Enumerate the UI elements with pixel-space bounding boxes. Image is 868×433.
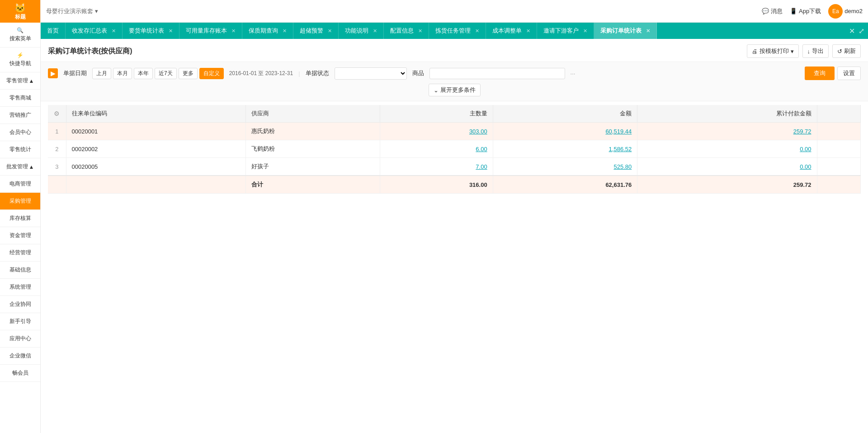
sidebar: 🐱 标题 🔍 搜索英单 ⚡ 快捷导航 零售管理 ▲ 零售商城 营销推广 会员中心…: [0, 0, 41, 433]
row-extra: [817, 158, 860, 176]
close-window-icon[interactable]: ✕: [849, 27, 855, 35]
sidebar-item-new-guide[interactable]: 新手引导: [0, 313, 40, 330]
tab-close-icon[interactable]: ✕: [328, 28, 332, 34]
row-amount: 1,586.52: [493, 140, 637, 158]
col-quantity: 主数量: [380, 105, 493, 123]
sidebar-item-enterprise-collab[interactable]: 企业协同: [0, 296, 40, 313]
sidebar-item-vip-member[interactable]: 畅会员: [0, 365, 40, 382]
sidebar-item-inventory[interactable]: 库存核算: [0, 210, 40, 227]
sidebar-item-basic[interactable]: 基础信息: [0, 262, 40, 279]
message-btn[interactable]: 💬 消息: [762, 7, 783, 15]
goods-more-icon[interactable]: ···: [571, 70, 576, 77]
sidebar-item-operations[interactable]: 经营管理: [0, 244, 40, 262]
tab-close-icon[interactable]: ✕: [475, 28, 479, 34]
sidebar-item-label: 采购管理: [9, 197, 31, 205]
sidebar-item-label: 企业微信: [9, 352, 31, 360]
table-row: 1 00020001 惠氏奶粉 303.00 60,519.44 259.72: [48, 123, 861, 140]
tab-close-icon[interactable]: ✕: [169, 28, 173, 34]
footer-paid-amount: 259.72: [637, 176, 817, 194]
tab-label: 功能说明: [345, 27, 368, 35]
this-month-btn[interactable]: 本月: [113, 68, 132, 79]
this-year-btn[interactable]: 本年: [134, 68, 153, 79]
tab-home[interactable]: 首页: [41, 23, 66, 39]
tab-close-icon[interactable]: ✕: [231, 28, 236, 34]
settings-button[interactable]: 设置: [837, 67, 861, 80]
sidebar-item-retail[interactable]: 零售管理 ▲: [0, 72, 40, 90]
export-icon: ↓: [807, 48, 811, 55]
purchase-order-table: ⚙ 往来单位编码 供应商 主数量 金额 累计付款金额 1 00020001: [48, 105, 861, 194]
sidebar-item-purchase[interactable]: 采购管理: [0, 193, 40, 210]
sidebar-item-label: 会员中心: [9, 128, 31, 136]
sidebar-item-app-center[interactable]: 应用中心: [0, 330, 40, 347]
tab-purchase-order-stats[interactable]: 采购订单统计表 ✕: [594, 23, 657, 39]
sidebar-item-ecommerce[interactable]: 电商管理: [0, 176, 40, 193]
filter-toggle-btn[interactable]: ▶: [48, 68, 58, 78]
tab-label: 超储预警: [300, 27, 323, 35]
chevron-down-icon: ▾: [95, 8, 98, 14]
tab-close-icon[interactable]: ✕: [283, 28, 287, 34]
chevron-down-icon: ⌄: [434, 87, 439, 94]
goods-input[interactable]: [429, 68, 565, 79]
sidebar-item-wholesale[interactable]: 批发管理 ▲: [0, 158, 40, 176]
sidebar-item-system[interactable]: 系统管理: [0, 279, 40, 296]
sidebar-item-enterprise-wechat[interactable]: 企业微信: [0, 347, 40, 365]
expand-filter-btn[interactable]: ⌄ 展开更多条件: [429, 84, 481, 96]
tab-cost-adjust[interactable]: 成本调整单 ✕: [486, 23, 537, 39]
custom-date-btn[interactable]: 自定义: [199, 68, 224, 79]
col-code: 往来单位编码: [66, 105, 245, 123]
tab-close-icon[interactable]: ✕: [373, 28, 377, 34]
tab-pick-task[interactable]: 拣货任务管理 ✕: [429, 23, 486, 39]
refresh-button[interactable]: ↺ 刷新: [832, 44, 861, 58]
workspace-selector[interactable]: 母婴行业演示账套 ▾: [46, 7, 758, 15]
sidebar-item-label: 基础信息: [9, 266, 31, 274]
app-icon: 📱: [790, 8, 797, 14]
sidebar-item-member[interactable]: 会员中心: [0, 124, 40, 141]
column-settings-icon[interactable]: ⚙: [54, 110, 60, 117]
sidebar-item-retail-mall[interactable]: 零售商城: [0, 90, 40, 107]
tab-overstock[interactable]: 超储预警 ✕: [293, 23, 339, 39]
row-code: 00020005: [66, 158, 245, 176]
sidebar-item-label: 资金管理: [9, 232, 31, 239]
tab-available-inventory[interactable]: 可用量库存账本 ✕: [179, 23, 242, 39]
tab-function-desc[interactable]: 功能说明 ✕: [339, 23, 384, 39]
template-print-button[interactable]: 🖨 按模板打印 ▾: [747, 44, 799, 58]
tab-label: 拣货任务管理: [435, 27, 471, 35]
logo-text: 标题: [15, 13, 26, 21]
tab-config[interactable]: 配置信息 ✕: [384, 23, 429, 39]
col-extra: [817, 105, 860, 123]
table-body: 1 00020001 惠氏奶粉 303.00 60,519.44 259.72 …: [48, 123, 861, 176]
page-title: 采购订单统计表(按供应商): [48, 47, 132, 56]
tab-close-icon[interactable]: ✕: [526, 28, 530, 34]
tab-goods-stats[interactable]: 要货单统计表 ✕: [123, 23, 179, 39]
avatar: Ea: [828, 4, 843, 19]
footer-quantity: 316.00: [380, 176, 493, 194]
sidebar-item-finance[interactable]: 资金管理: [0, 227, 40, 244]
tab-close-icon[interactable]: ✕: [646, 28, 650, 34]
tab-close-icon[interactable]: ✕: [418, 28, 422, 34]
sidebar-item-retail-stats[interactable]: 零售统计: [0, 141, 40, 158]
search-button[interactable]: 查询: [805, 67, 835, 80]
filter-row-1: ▶ 单据日期 上月 本月 本年 近7天 更多 自定义 2016-01-01 至 …: [48, 67, 861, 80]
tab-close-icon[interactable]: ✕: [112, 28, 116, 34]
tab-expiry-query[interactable]: 保质期查询 ✕: [242, 23, 293, 39]
sidebar-item-quick-nav[interactable]: ⚡ 快捷导航: [0, 48, 40, 72]
tab-invite-customer[interactable]: 邀请下游客户 ✕: [537, 23, 594, 39]
user-info[interactable]: Ea demo2: [828, 4, 863, 19]
app-download-btn[interactable]: 📱 App下载: [790, 7, 821, 15]
nav-tabs-end: ✕ ⤢: [849, 27, 868, 35]
last-month-btn[interactable]: 上月: [92, 68, 111, 79]
maximize-icon[interactable]: ⤢: [859, 27, 864, 35]
tab-stock-summary[interactable]: 收发存汇总表 ✕: [66, 23, 123, 39]
row-code: 00020001: [66, 123, 245, 140]
status-select[interactable]: [335, 67, 407, 80]
more-date-btn[interactable]: 更多: [179, 68, 198, 79]
footer-empty: [48, 176, 66, 194]
last-7-days-btn[interactable]: 近7天: [155, 68, 177, 79]
table-row: 2 00020002 飞鹤奶粉 6.00 1,586.52 0.00: [48, 140, 861, 158]
user-name: demo2: [844, 8, 863, 14]
sidebar-item-search[interactable]: 🔍 搜索英单: [0, 23, 40, 48]
export-button[interactable]: ↓ 导出: [802, 44, 829, 58]
sidebar-item-marketing[interactable]: 营销推广: [0, 107, 40, 124]
row-num: 2: [48, 140, 66, 158]
tab-close-icon[interactable]: ✕: [583, 28, 587, 34]
